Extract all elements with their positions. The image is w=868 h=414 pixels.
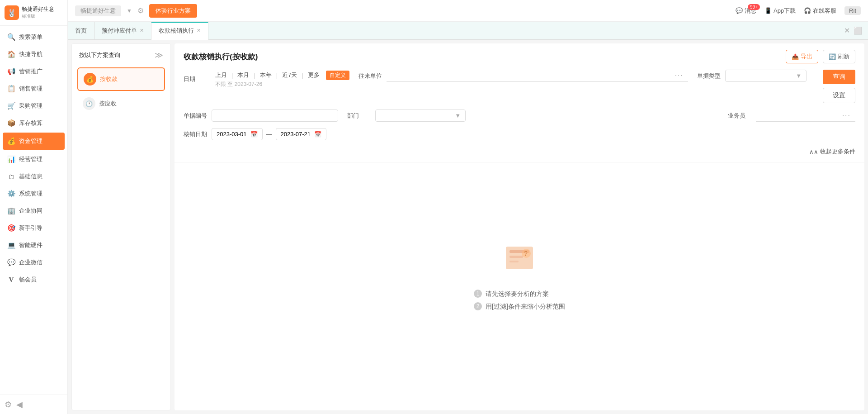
filter-sidebar-collapse-icon[interactable]: ≫ bbox=[155, 50, 163, 60]
sidebar-item-inventory[interactable]: 📦 库存核算 bbox=[0, 114, 67, 132]
tab-prepay[interactable]: 预付冲应付单 ✕ bbox=[94, 22, 151, 40]
finance-icon: 💰 bbox=[7, 137, 15, 145]
export-icon: 📤 bbox=[792, 53, 799, 60]
main-content: 畅捷通好生意 ▼ ⚙ 体验行业方案 💬 消息 99+ 📱 App下载 🎧 在线客… bbox=[68, 0, 868, 414]
app-download-button[interactable]: 📱 App下载 bbox=[764, 7, 796, 15]
system-icon: ⚙️ bbox=[7, 190, 15, 198]
tab-prepay-close-icon[interactable]: ✕ bbox=[140, 28, 144, 33]
filter-sidebar-header: 按以下方案查询 ≫ bbox=[72, 44, 170, 65]
sidebar-item-search[interactable]: 🔍 搜索菜单 bbox=[0, 29, 67, 46]
settings-button[interactable]: 设置 bbox=[823, 88, 855, 103]
staff-field: 业务员 ··· bbox=[728, 109, 855, 122]
form-row-3: 核销日期 2023-03-01 📅 — 2023-07-21 📅 bbox=[184, 128, 855, 140]
sidebar-item-system[interactable]: ⚙️ 系统管理 bbox=[0, 185, 67, 202]
member-icon: V bbox=[7, 276, 15, 284]
topbar-gear-icon[interactable]: ⚙ bbox=[137, 6, 144, 15]
header-actions: 📤 导出 🔄 刷新 bbox=[786, 50, 855, 63]
tab-expand-action-icon[interactable]: ⬜ bbox=[854, 26, 863, 35]
empty-tips: 1 请先选择要分析的方案 2 用[过滤]条件来缩小分析范围 bbox=[474, 287, 565, 313]
sidebar-item-marketing[interactable]: 📢 营销推广 bbox=[0, 63, 67, 80]
refresh-icon: 🔄 bbox=[829, 53, 836, 60]
empty-tip-1: 1 请先选择要分析的方案 bbox=[474, 287, 565, 300]
doc-no-input[interactable] bbox=[212, 109, 338, 122]
start-calendar-icon[interactable]: 📅 bbox=[250, 131, 258, 138]
date-tab-this-year[interactable]: 本年 bbox=[256, 70, 275, 81]
sidebar-logo: 🐰 畅捷通好生意 标准版 bbox=[0, 0, 67, 26]
online-service-button[interactable]: 🎧 在线客服 bbox=[804, 7, 836, 15]
message-button[interactable]: 💬 消息 99+ bbox=[736, 7, 756, 15]
logo-text: 畅捷通好生意 标准版 bbox=[22, 6, 54, 19]
sidebar: 🐰 畅捷通好生意 标准版 🔍 搜索菜单 🏠 快捷导航 📢 营销推广 📋 销售管理… bbox=[0, 0, 68, 414]
purchase-icon: 🛒 bbox=[7, 102, 15, 110]
writeoff-end-input[interactable]: 2023-07-21 📅 bbox=[276, 128, 327, 140]
app-icon: 📱 bbox=[764, 7, 772, 14]
export-button[interactable]: 📤 导出 bbox=[786, 50, 818, 63]
sidebar-item-quicknav[interactable]: 🏠 快捷导航 bbox=[0, 46, 67, 63]
sidebar-item-sales[interactable]: 📋 销售管理 bbox=[0, 80, 67, 97]
sidebar-menu: 🔍 搜索菜单 🏠 快捷导航 📢 营销推广 📋 销售管理 🛒 采购管理 📦 库存核… bbox=[0, 26, 67, 395]
sidebar-item-enterprise[interactable]: 🏢 企业协同 bbox=[0, 202, 67, 219]
sidebar-item-finance[interactable]: 💰 资金管理 bbox=[3, 133, 65, 150]
sidebar-item-newbie[interactable]: 🎯 新手引导 bbox=[0, 219, 67, 237]
doc-type-select[interactable]: ▼ bbox=[725, 70, 807, 82]
date-field: 日期 上月 | 本月 | 本年 | 近7天 | 更多 bbox=[184, 70, 349, 88]
content-header: 收款核销执行(按收款) 📤 导出 🔄 刷新 bbox=[175, 43, 864, 63]
staff-select[interactable]: ··· bbox=[756, 109, 855, 122]
home-icon: 🏠 bbox=[7, 50, 15, 58]
tab-home[interactable]: 首页 bbox=[68, 22, 94, 40]
collapse-sidebar-icon[interactable]: ◀ bbox=[16, 400, 23, 409]
topbar-dropdown-icon[interactable]: ▼ bbox=[127, 8, 132, 14]
wechat-icon: 💬 bbox=[7, 258, 15, 266]
topbar-right: 💬 消息 99+ 📱 App下载 🎧 在线客服 Rit bbox=[736, 6, 861, 15]
sidebar-item-basic[interactable]: 🗂 基础信息 bbox=[0, 168, 67, 185]
partner-field: 往来单位 ··· bbox=[359, 70, 688, 82]
solution-button[interactable]: 体验行业方案 bbox=[149, 4, 197, 18]
writeoff-date-range: 2023-03-01 📅 — 2023-07-21 📅 bbox=[212, 128, 326, 140]
form-row-2: 单据编号 部门 ▼ 业务员 bbox=[184, 109, 855, 122]
svg-rect-3 bbox=[509, 261, 519, 262]
filter-item-by-receipt[interactable]: 💰 按收款 bbox=[77, 67, 165, 91]
empty-illustration: ? bbox=[497, 233, 542, 278]
sidebar-item-purchase[interactable]: 🛒 采购管理 bbox=[0, 97, 67, 114]
date-tab-more[interactable]: 更多 bbox=[304, 70, 323, 81]
tab-actions: ✕ ⬜ bbox=[844, 26, 868, 35]
filter-item-by-receivable[interactable]: 🕐 按应收 bbox=[77, 93, 165, 114]
date-tab-last-month[interactable]: 上月 bbox=[212, 70, 231, 81]
sales-icon: 📋 bbox=[7, 85, 15, 93]
sidebar-item-member[interactable]: V 畅会员 bbox=[0, 271, 67, 288]
marketing-icon: 📢 bbox=[7, 67, 15, 76]
empty-state: ? 1 请先选择要分析的方案 2 用[过滤]条件来缩小分析范围 bbox=[175, 162, 864, 410]
message-badge: 99+ bbox=[748, 4, 760, 10]
logo-icon: 🐰 bbox=[5, 5, 19, 20]
filter-items-list: 💰 按收款 🕐 按应收 bbox=[72, 65, 170, 119]
partner-select[interactable]: ··· bbox=[387, 70, 688, 82]
empty-tip-2: 2 用[过滤]条件来缩小分析范围 bbox=[474, 300, 565, 313]
tab-writeoff[interactable]: 收款核销执行 ✕ bbox=[151, 22, 208, 40]
date-custom-badge[interactable]: 自定义 bbox=[326, 71, 349, 80]
writeoff-start-input[interactable]: 2023-03-01 📅 bbox=[212, 128, 263, 140]
receivable-filter-icon: 🕐 bbox=[83, 97, 95, 110]
user-name[interactable]: Rit bbox=[844, 6, 861, 15]
page-title: 收款核销执行(按收款) bbox=[184, 52, 258, 62]
date-tab-this-month[interactable]: 本月 bbox=[234, 70, 253, 81]
receipt-filter-icon: 💰 bbox=[84, 73, 96, 86]
end-calendar-icon[interactable]: 📅 bbox=[314, 131, 321, 138]
sidebar-item-wechat[interactable]: 💬 企业微信 bbox=[0, 254, 67, 271]
refresh-button[interactable]: 🔄 刷新 bbox=[823, 50, 855, 63]
query-buttons: 查询 设置 bbox=[823, 70, 855, 103]
tab-close-action-icon[interactable]: ✕ bbox=[844, 26, 850, 35]
partner-more-icon[interactable]: ··· bbox=[673, 71, 685, 80]
settings-footer-icon[interactable]: ⚙ bbox=[5, 400, 12, 409]
dept-select[interactable]: ▼ bbox=[375, 109, 466, 122]
filter-form: 日期 上月 | 本月 | 本年 | 近7天 | 更多 bbox=[175, 63, 864, 162]
writeoff-date-field: 核销日期 2023-03-01 📅 — 2023-07-21 📅 bbox=[184, 128, 326, 140]
staff-more-icon[interactable]: ··· bbox=[840, 111, 853, 119]
collapse-more-button[interactable]: ∧∧ 收起更多条件 bbox=[809, 148, 855, 156]
query-button[interactable]: 查询 bbox=[823, 70, 855, 84]
sidebar-item-operations[interactable]: 📊 经营管理 bbox=[0, 151, 67, 168]
tab-writeoff-close-icon[interactable]: ✕ bbox=[197, 28, 201, 33]
date-tab-7days[interactable]: 近7天 bbox=[278, 70, 301, 81]
sidebar-item-hardware[interactable]: 💻 智能硬件 bbox=[0, 237, 67, 254]
basic-icon: 🗂 bbox=[7, 173, 15, 181]
tab-bar: 首页 预付冲应付单 ✕ 收款核销执行 ✕ ✕ ⬜ bbox=[68, 22, 868, 40]
